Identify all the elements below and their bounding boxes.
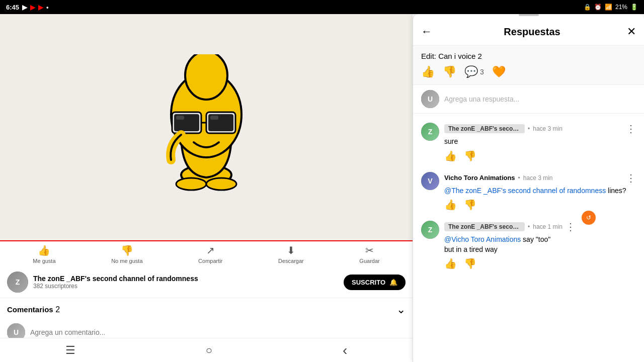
- alarm-icon: ⏰: [594, 4, 602, 11]
- save-button[interactable]: ✂ Guardar: [359, 244, 379, 264]
- action-bar: 👍 Me gusta 👎 No me gusta ↗ Compartir ⬇ D…: [0, 240, 413, 266]
- main-area: 👍 Me gusta 👎 No me gusta ↗ Compartir ⬇ D…: [0, 14, 413, 362]
- dislike-button[interactable]: 👎 No me gusta: [111, 244, 142, 264]
- svg-point-4: [185, 54, 227, 100]
- back-button[interactable]: ←: [421, 25, 432, 38]
- subscriber-count: 382 suscriptores: [33, 283, 198, 290]
- tv-icon: ▶: [22, 4, 27, 11]
- download-button[interactable]: ⬇ Descargar: [278, 244, 304, 264]
- add-reply-placeholder[interactable]: Agrega una respuesta...: [444, 95, 636, 103]
- reply-count: 3: [480, 68, 484, 76]
- reply-content-1: The zonE _ABF's second c... • hace 3 min…: [444, 123, 636, 162]
- save-label: Guardar: [359, 258, 379, 264]
- back-icon[interactable]: ‹: [343, 342, 347, 358]
- home-icon[interactable]: ○: [206, 344, 212, 357]
- channel-section: Z The zonE _ABF's second channel of rand…: [0, 266, 413, 298]
- reply-text-3: @Vicho Toro Animations say "too"but in a…: [444, 235, 636, 254]
- like-icon: 👍: [38, 244, 50, 256]
- status-right: 🔒 ⏰ 📶 21% 🔋: [584, 4, 638, 11]
- save-icon: ✂: [365, 244, 374, 256]
- like-button[interactable]: 👍 Me gusta: [33, 244, 55, 264]
- reply-time-2: •: [518, 174, 520, 182]
- sim-icon: 🔒: [584, 4, 591, 11]
- original-comment: Edit: Can i voice 2 👍 👎 💬 3 🧡: [413, 46, 644, 85]
- youtube-icon: ▶: [30, 4, 35, 11]
- replies-panel: ← Respuestas ✕ Edit: Can i voice 2 👍 👎 💬…: [413, 14, 644, 362]
- youtube-icon2: ▶: [38, 4, 43, 11]
- reply-mention-2[interactable]: @The zonE _ABF's second channel of rando…: [444, 187, 606, 195]
- share-icon: ↗: [206, 244, 215, 256]
- reply-meta-3: The zonE _ABF's second c... • hace 1 min…: [444, 221, 636, 233]
- heart-icon: 🧡: [492, 65, 506, 78]
- reply-dislike-2[interactable]: 👎: [464, 199, 476, 211]
- replies-title: Respuestas: [437, 26, 627, 38]
- channel-info: The zonE _ABF's second channel of random…: [33, 275, 198, 290]
- like-label: Me gusta: [33, 258, 55, 264]
- comments-header: Comentarios 2 ⌄: [0, 298, 413, 321]
- dislike-label: No me gusta: [111, 258, 142, 264]
- channel-avatar[interactable]: Z: [7, 272, 28, 293]
- video-container[interactable]: [0, 14, 413, 240]
- nav-bar: ☰ ○ ‹: [0, 338, 413, 362]
- original-dislike-button[interactable]: 👎: [443, 65, 456, 78]
- reply-time-2-text: hace 3 min: [523, 174, 553, 182]
- more-options-2[interactable]: ⋮: [626, 172, 636, 184]
- more-options-1[interactable]: ⋮: [626, 123, 636, 135]
- subscribe-button[interactable]: SUSCRITO 🔔: [344, 275, 406, 290]
- reply-time-1: •: [528, 125, 530, 132]
- dot-icon: •: [46, 4, 49, 11]
- original-comment-text: Edit: Can i voice 2: [421, 52, 636, 60]
- reply-meta-1: The zonE _ABF's second c... • hace 3 min…: [444, 123, 636, 135]
- reply-meta-2: Vicho Toro Animations • hace 3 min ⋮: [444, 172, 636, 184]
- reply-item-2: V Vicho Toro Animations • hace 3 min ⋮ @…: [413, 167, 644, 216]
- comments-title: Comentarios: [7, 305, 53, 314]
- subscribe-label: SUSCRITO: [352, 279, 385, 286]
- channel-left: Z The zonE _ABF's second channel of rand…: [7, 272, 198, 293]
- share-button[interactable]: ↗ Compartir: [198, 244, 222, 264]
- close-button[interactable]: ✕: [627, 25, 636, 38]
- reply-like-3[interactable]: 👍: [444, 257, 457, 269]
- share-label: Compartir: [198, 258, 222, 264]
- reply-time-3-text: hace 1 min: [533, 223, 562, 230]
- battery-icon: 🔋: [630, 4, 638, 11]
- reply-dislike-3[interactable]: 👎: [464, 257, 476, 269]
- menu-icon[interactable]: ☰: [65, 344, 75, 357]
- reply-avatar-3: Z: [421, 221, 439, 239]
- comments-count: 2: [55, 305, 60, 314]
- download-icon: ⬇: [287, 244, 295, 256]
- download-label: Descargar: [278, 258, 304, 264]
- status-left: 6:45 ▶ ▶ ▶ •: [6, 4, 49, 11]
- original-like-button[interactable]: 👍: [421, 65, 435, 78]
- reply-author-2: Vicho Toro Animations: [444, 174, 515, 182]
- reply-text-1: sure: [444, 137, 636, 147]
- replies-list: Z The zonE _ABF's second c... • hace 3 m…: [413, 114, 644, 362]
- battery-text: 21%: [615, 4, 627, 11]
- add-reply-section: U Agrega una respuesta...: [413, 85, 644, 114]
- reply-time-1-text: hace 3 min: [533, 125, 562, 132]
- floating-action-button[interactable]: ↺: [582, 211, 596, 225]
- replies-header: ← Respuestas ✕: [413, 18, 644, 46]
- reply-content-2: Vicho Toro Animations • hace 3 min ⋮ @Th…: [444, 172, 636, 211]
- bell-icon: 🔔: [389, 279, 397, 286]
- svg-rect-10: [176, 116, 184, 120]
- svg-point-1: [176, 178, 206, 190]
- status-bar: 6:45 ▶ ▶ ▶ • 🔒 ⏰ 📶 21% 🔋: [0, 0, 644, 14]
- reply-user-avatar: U: [421, 90, 439, 108]
- original-reply-button[interactable]: 💬 3: [464, 65, 484, 78]
- comments-section: Comentarios 2: [7, 305, 60, 314]
- reply-mention-3[interactable]: @Vicho Toro Animations: [444, 235, 521, 243]
- reply-like-2[interactable]: 👍: [444, 199, 457, 211]
- character-illustration: [141, 54, 272, 200]
- reply-dislike-1[interactable]: 👎: [464, 150, 476, 162]
- svg-point-2: [206, 178, 236, 190]
- chevron-down-icon[interactable]: ⌄: [396, 303, 406, 316]
- reply-avatar-2: V: [421, 172, 439, 190]
- reply-time-3: •: [528, 223, 530, 230]
- reply-author-badge-3: The zonE _ABF's second c...: [444, 222, 525, 231]
- reply-item-3: Z The zonE _ABF's second c... • hace 1 m…: [413, 216, 644, 275]
- more-options-3[interactable]: ⋮: [566, 221, 576, 232]
- reply-like-1[interactable]: 👍: [444, 150, 457, 162]
- drag-handle[interactable]: [519, 14, 539, 16]
- channel-name: The zonE _ABF's second channel of random…: [33, 275, 198, 283]
- reply-item: Z The zonE _ABF's second c... • hace 3 m…: [413, 118, 644, 167]
